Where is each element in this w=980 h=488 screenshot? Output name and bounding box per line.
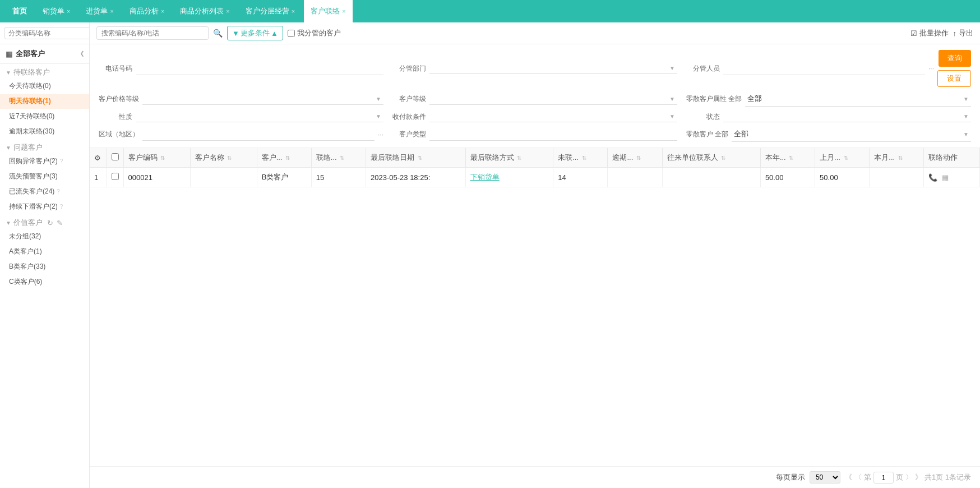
action-grid-icon[interactable]: ▦ xyxy=(942,173,949,182)
page-input[interactable] xyxy=(873,472,894,484)
status-select[interactable]: ▼ xyxy=(723,111,971,122)
th-this-year[interactable]: 本年... ⇅ xyxy=(760,148,815,168)
help-churned-icon[interactable]: ? xyxy=(57,188,60,195)
sidebar-item-ungrouped[interactable]: 未分组(32) xyxy=(0,229,89,244)
th-this-month[interactable]: 本月... ⇅ xyxy=(870,148,924,168)
search-button[interactable]: 🔍 xyxy=(213,29,223,38)
th-uncontacted[interactable]: 未联... ⇅ xyxy=(553,148,608,168)
nav-goods-analysis[interactable]: 商品分析 × xyxy=(123,0,171,22)
export-button[interactable]: ↑ 导出 xyxy=(953,28,974,38)
refresh-value-icon[interactable]: ↻ xyxy=(47,219,53,227)
th-last-date[interactable]: 最后联络日期 ⇅ xyxy=(366,148,466,168)
sidebar-group-pending[interactable]: ▼ 待联络客户 xyxy=(0,64,89,79)
sidebar-item-week[interactable]: 近7天待联络(0) xyxy=(0,109,89,124)
close-customer-contact-icon[interactable]: × xyxy=(342,8,345,15)
search-input[interactable] xyxy=(96,26,209,40)
nav-customer-segment[interactable]: 客户分层经营 × xyxy=(239,0,302,22)
sort-code-icon: ⇅ xyxy=(160,155,165,161)
sidebar-item-overdue[interactable]: 逾期未联络(30) xyxy=(0,124,89,139)
sidebar-search-input[interactable] xyxy=(4,27,90,39)
payment-select[interactable]: ▼ xyxy=(429,111,677,122)
phone-input[interactable] xyxy=(136,62,383,75)
th-type[interactable]: 客户... ⇅ xyxy=(257,148,311,168)
filter-row-retail-attr: 零散客户属性 全部 全部 ▼ xyxy=(686,91,971,107)
edit-value-icon[interactable]: ✎ xyxy=(57,219,63,227)
filter-row-customer-type: 客户类型 xyxy=(392,127,677,142)
help-repurchase-icon[interactable]: ? xyxy=(60,158,63,164)
sidebar: 🔍 ▦ 全部客户 《 ▼ 待联络客户 今天待联络(0) 明天待联络(1) 近7天… xyxy=(0,22,90,488)
help-declining-icon[interactable]: ? xyxy=(60,204,63,210)
region-dots-icon[interactable]: ··· xyxy=(378,131,383,139)
prev-page-button[interactable]: 〈 xyxy=(854,472,862,482)
close-goods-analysis-icon[interactable]: × xyxy=(161,8,164,15)
customer-level-select[interactable]: ▼ xyxy=(429,94,677,105)
filter-row-payment: 收付款条件 ▼ xyxy=(392,111,677,122)
nav-customer-contact[interactable]: 客户联络 × xyxy=(304,0,352,22)
my-customers-checkbox-area[interactable]: 我分管的客户 xyxy=(288,28,341,38)
customer-table: ⚙ 客户编码 ⇅ 客户名称 ⇅ 客户... ⇅ 联络... ⇅ 最后联络日期 ⇅… xyxy=(90,148,980,187)
close-purchase-icon[interactable]: × xyxy=(110,8,113,15)
th-last-method[interactable]: 最后联络方式 ⇅ xyxy=(465,148,553,168)
price-level-select[interactable]: ▼ xyxy=(142,94,383,105)
action-phone-icon[interactable]: 📞 xyxy=(928,173,937,182)
sidebar-item-tomorrow[interactable]: 明天待联络(1) xyxy=(0,94,89,109)
nav-sales[interactable]: 销货单 × xyxy=(36,0,77,22)
first-page-button[interactable]: 《 xyxy=(845,472,852,482)
close-sales-icon[interactable]: × xyxy=(67,8,70,15)
td-type: B类客户 xyxy=(257,168,311,187)
more-conditions-button[interactable]: ▼ 更多条件 ▲ xyxy=(227,26,283,40)
sidebar-all-customers[interactable]: ▦ 全部客户 《 xyxy=(0,44,89,64)
td-uncontacted: 14 xyxy=(553,168,608,187)
sort-this-year-icon: ⇅ xyxy=(789,155,793,161)
td-this-year: 50.00 xyxy=(760,168,815,187)
content-area: 🔍 ▼ 更多条件 ▲ 我分管的客户 ☑ 批量操作 ↑ 导出 xyxy=(90,22,980,488)
manager-dots-icon[interactable]: ··· xyxy=(928,65,934,72)
row-checkbox[interactable] xyxy=(112,173,119,180)
region-input[interactable] xyxy=(142,128,375,141)
query-button[interactable]: 查询 xyxy=(939,50,971,67)
next-page-button[interactable]: 〉 xyxy=(905,472,913,482)
retail-select[interactable]: 全部 ▼ xyxy=(732,127,971,142)
retail-arrow-icon: ▼ xyxy=(963,131,969,137)
sidebar-item-declining[interactable]: 持续下滑客户(2) ? xyxy=(0,199,89,214)
filter-row-dept: 分管部门 ▼ xyxy=(392,50,677,87)
close-customer-segment-icon[interactable]: × xyxy=(292,8,295,15)
settings-col-icon[interactable]: ⚙ xyxy=(94,154,101,162)
close-goods-analysis-list-icon[interactable]: × xyxy=(226,8,229,15)
th-contact-person[interactable]: 往来单位联系人 ⇅ xyxy=(662,148,760,168)
td-checkbox xyxy=(107,168,123,187)
dept-select[interactable]: ▼ xyxy=(429,63,677,74)
sidebar-item-today[interactable]: 今天待联络(0) xyxy=(0,79,89,94)
table-container: ⚙ 客户编码 ⇅ 客户名称 ⇅ 客户... ⇅ 联络... ⇅ 最后联络日期 ⇅… xyxy=(90,148,980,466)
select-all-checkbox[interactable] xyxy=(112,153,119,160)
batch-ops-button[interactable]: ☑ 批量操作 xyxy=(910,28,949,38)
sidebar-group-problem[interactable]: ▼ 问题客户 xyxy=(0,139,89,154)
per-page-select[interactable]: 50 100 200 xyxy=(810,471,840,484)
th-overdue[interactable]: 逾期... ⇅ xyxy=(608,148,662,168)
last-page-button[interactable]: 》 xyxy=(915,472,922,482)
settings-button[interactable]: 设置 xyxy=(937,70,971,87)
th-code[interactable]: 客户编码 ⇅ xyxy=(123,148,190,168)
customer-type-input[interactable] xyxy=(429,128,677,141)
nav-purchase[interactable]: 进货单 × xyxy=(79,0,120,22)
sidebar-item-typeC[interactable]: C类客户(6) xyxy=(0,274,89,289)
status-label: 状态 xyxy=(686,112,720,122)
th-name[interactable]: 客户名称 ⇅ xyxy=(190,148,257,168)
total-text: 共1页 1条记录 xyxy=(924,472,971,482)
sidebar-item-typeB[interactable]: B类客户(33) xyxy=(0,259,89,274)
sidebar-group-value[interactable]: ▼ 价值客户 ↻ ✎ xyxy=(0,214,89,229)
my-customers-checkbox[interactable] xyxy=(288,30,295,37)
sidebar-item-churned[interactable]: 已流失客户(24) ? xyxy=(0,184,89,199)
sidebar-item-repurchase[interactable]: 回购异常客户(2) ? xyxy=(0,154,89,169)
nature-select[interactable]: ▼ xyxy=(136,111,383,122)
nav-goods-analysis-list[interactable]: 商品分析列表 × xyxy=(173,0,236,22)
retail-attr-select[interactable]: 全部 ▼ xyxy=(745,91,971,107)
sidebar-item-typeA[interactable]: A类客户(1) xyxy=(0,244,89,259)
collapse-icon[interactable]: 《 xyxy=(77,50,84,58)
sidebar-item-churn-warn[interactable]: 流失预警客户(3) xyxy=(0,169,89,184)
nav-home[interactable]: 首页 xyxy=(6,0,34,22)
last-method-link[interactable]: 下销货单 xyxy=(470,173,500,181)
th-contact-count[interactable]: 联络... ⇅ xyxy=(311,148,366,168)
manager-input[interactable] xyxy=(723,62,925,75)
th-last-month[interactable]: 上月... ⇅ xyxy=(815,148,870,168)
